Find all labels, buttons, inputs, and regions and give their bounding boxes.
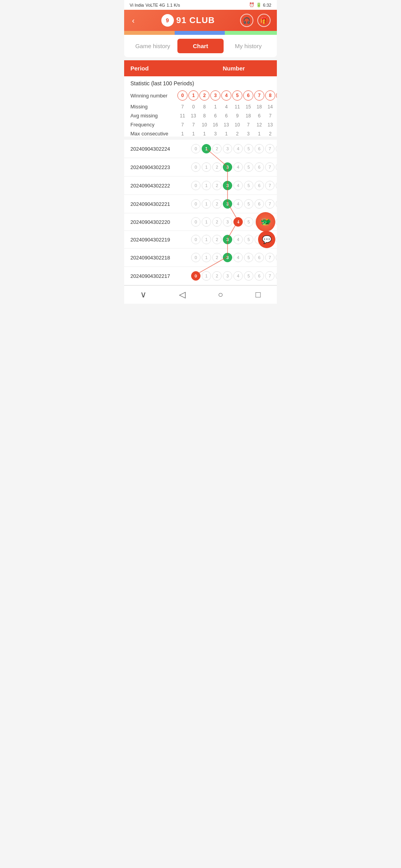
row-num-8: 8	[276, 181, 277, 190]
row-badge: 💬	[258, 231, 275, 248]
frequency-val-0: 7	[177, 122, 188, 128]
network-speed: 1.1 K/s	[166, 3, 180, 7]
row-num-7: 7	[265, 271, 275, 281]
winning-number-circles: 0123456789	[177, 90, 277, 101]
row-num-1: 1	[202, 144, 211, 153]
row-num-2: 2	[212, 235, 222, 244]
battery-icon: 🔋	[256, 2, 262, 7]
max-consecutive-val-1: 1	[188, 131, 199, 137]
row-num-6: 6	[255, 199, 264, 209]
back-button[interactable]: ‹	[130, 14, 136, 27]
color-bar	[124, 31, 277, 35]
tab-game-history[interactable]: Game history	[130, 39, 176, 53]
app-logo: 9 91 CLUB	[161, 14, 215, 27]
tabs-container: Game history Chart My history	[124, 35, 277, 57]
game-row: 202409043022220123456789S	[124, 176, 277, 195]
header-icons: 🎧 🎁	[240, 14, 271, 27]
winning-circle-5: 5	[232, 90, 242, 101]
winning-circle-3: 3	[210, 90, 220, 101]
winning-circle-8: 8	[265, 90, 275, 101]
frequency-val-3: 16	[210, 122, 220, 128]
back-nav-button[interactable]: ◁	[179, 290, 186, 300]
game-row: 202409043022170123456789S	[124, 267, 277, 285]
row-numbers: 0123456789	[191, 253, 277, 262]
game-row: 202409043022200123456789🐲	[124, 213, 277, 231]
tab-my-history[interactable]: My history	[225, 39, 271, 53]
row-num-7: 7	[265, 162, 275, 172]
row-num-0: 0	[191, 253, 200, 262]
avg-missing-val-6: 18	[243, 113, 253, 119]
avg-missing-val-7: 6	[254, 113, 264, 119]
missing-label: Missing	[130, 104, 177, 110]
avg-missing-val-0: 11	[177, 113, 188, 119]
row-num-4: 4	[233, 271, 243, 281]
number-column-header: Number	[197, 65, 271, 72]
missing-val-6: 15	[243, 104, 253, 110]
frequency-label: Frequency	[130, 122, 177, 128]
missing-val-0: 7	[177, 104, 188, 110]
row-numbers: 0123456789	[191, 181, 277, 190]
missing-val-5: 11	[232, 104, 242, 110]
home-button[interactable]: ○	[218, 290, 223, 300]
row-num-3: 3	[223, 162, 232, 172]
missing-val-9: 24	[276, 104, 277, 110]
row-num-8: 8	[276, 144, 277, 153]
avg-missing-val-2: 8	[199, 113, 210, 119]
period-column-header: Period	[130, 65, 197, 72]
chevron-down-button[interactable]: ∨	[140, 290, 146, 300]
max-consecutive-val-9: 1	[276, 131, 277, 137]
missing-val-2: 8	[199, 104, 210, 110]
missing-val-4: 4	[221, 104, 231, 110]
winning-circle-1: 1	[188, 90, 199, 101]
row-num-1: 1	[202, 235, 211, 244]
gift-icon[interactable]: 🎁	[257, 14, 271, 27]
network-type: VoLTE 4G	[146, 3, 165, 7]
frequency-val-8: 13	[265, 122, 275, 128]
row-badge: 🐲	[256, 212, 275, 232]
row-num-2: 2	[212, 217, 222, 227]
status-right: ⏰ 🔋 6:32	[249, 2, 271, 7]
avg-missing-val-3: 6	[210, 113, 220, 119]
square-button[interactable]: □	[255, 290, 260, 300]
row-num-6: 6	[255, 144, 264, 153]
headset-icon[interactable]: 🎧	[240, 14, 253, 27]
max-consecutive-label: Max consecutive	[130, 131, 177, 137]
carrier: Vi India	[130, 3, 144, 7]
period-id: 20240904302218	[130, 255, 191, 261]
missing-val-3: 1	[210, 104, 220, 110]
row-num-7: 7	[265, 253, 275, 262]
row-num-3: 3	[223, 235, 232, 244]
tab-chart[interactable]: Chart	[177, 39, 224, 53]
row-num-2: 2	[212, 181, 222, 190]
row-numbers: 0123456789	[191, 162, 277, 172]
row-num-6: 6	[255, 181, 264, 190]
row-num-0: 0	[191, 271, 200, 281]
row-num-5: 5	[244, 235, 253, 244]
frequency-values: 7710161310712135	[177, 122, 277, 128]
avg-missing-values: 11138669186715	[177, 113, 277, 119]
row-num-1: 1	[202, 271, 211, 281]
logo-icon: 9	[161, 14, 174, 27]
stats-title: Statistic (last 100 Periods)	[130, 80, 271, 86]
avg-missing-val-1: 13	[188, 113, 199, 119]
avg-missing-val-8: 7	[265, 113, 275, 119]
row-num-6: 6	[255, 271, 264, 281]
time-display: 6:32	[263, 3, 271, 7]
row-num-1: 1	[202, 162, 211, 172]
winning-number-row: Winning number 0123456789	[130, 90, 271, 101]
avg-missing-row: Avg missing 11138669186715	[130, 113, 271, 119]
row-num-3: 3	[223, 217, 232, 227]
row-num-3: 3	[223, 181, 232, 190]
avg-missing-val-5: 9	[232, 113, 242, 119]
max-consecutive-values: 1113123121	[177, 131, 277, 137]
winning-circle-2: 2	[199, 90, 210, 101]
row-num-0: 0	[191, 144, 200, 153]
row-num-6: 6	[255, 162, 264, 172]
frequency-val-4: 13	[221, 122, 231, 128]
row-num-4: 4	[233, 253, 243, 262]
max-consecutive-row: Max consecutive 1113123121	[130, 131, 271, 137]
row-num-2: 2	[212, 162, 222, 172]
period-id: 20240904302224	[130, 146, 191, 152]
row-num-5: 5	[244, 181, 253, 190]
row-num-3: 3	[223, 199, 232, 209]
